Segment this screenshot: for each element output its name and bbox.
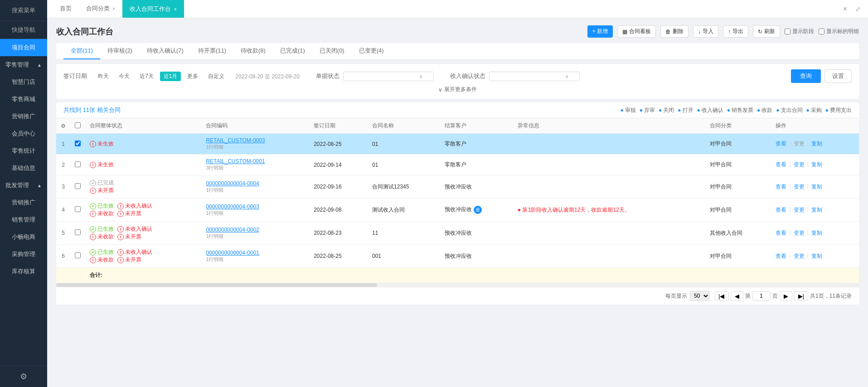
sidebar-item-ecom[interactable]: 小畅电商 xyxy=(0,228,47,246)
contract-code-link[interactable]: 0000000000004-0002 xyxy=(206,227,259,233)
window-maximize-button[interactable]: ⤢ xyxy=(853,5,863,13)
sidebar-item-wholesale[interactable]: 批发管理 ▲ xyxy=(0,177,47,194)
setting-button[interactable]: 设置 xyxy=(824,69,852,83)
date-btn-more[interactable]: 更多 xyxy=(184,72,202,81)
sidebar-item-retail-stat[interactable]: 零售统计 xyxy=(0,142,47,160)
contract-code-link[interactable]: RETAIL_CUSTOM-0001 xyxy=(206,158,265,164)
date-btn-last7[interactable]: 近7天 xyxy=(136,72,157,81)
op-view[interactable]: 查看 xyxy=(776,161,786,169)
tab-close-contract-cat[interactable]: × xyxy=(112,6,115,11)
status-tab-pending-invoice[interactable]: 待开票(11) xyxy=(191,43,233,59)
row-checkbox[interactable] xyxy=(70,222,85,245)
op-copy[interactable]: 复制 xyxy=(811,252,822,260)
action-review[interactable]: ● 审核 xyxy=(621,106,636,114)
contract-code-link[interactable]: 0000000000004-0001 xyxy=(206,250,259,256)
date-btn-yesterday[interactable]: 昨天 xyxy=(94,72,112,81)
page-last-btn[interactable]: ▶| xyxy=(794,291,808,301)
action-purchase[interactable]: ● 采购 xyxy=(806,106,822,114)
sidebar-item-retail[interactable]: 零售管理 ▲ xyxy=(0,56,47,73)
query-button[interactable]: 查询 xyxy=(791,69,821,83)
action-abandon[interactable]: ● 弃审 xyxy=(640,106,655,114)
status-tab-closed[interactable]: 已关闭(0) xyxy=(312,43,352,59)
col-checkbox[interactable] xyxy=(70,118,85,134)
per-page-select[interactable]: 50 xyxy=(690,291,710,301)
sidebar-item-inventory[interactable]: 库存核算 xyxy=(0,263,47,280)
sidebar-item-project[interactable]: 项目合同 xyxy=(0,39,47,56)
op-copy[interactable]: 复制 xyxy=(811,229,822,237)
show-stages-checkbox[interactable]: 显示阶段 xyxy=(785,28,814,35)
scrollbar-thumb[interactable] xyxy=(56,283,377,287)
tab-home[interactable]: 首页 xyxy=(53,0,79,18)
tab-income-workbench[interactable]: 收入合同工作台 × xyxy=(122,0,184,18)
sidebar-item-marketing[interactable]: 营销推广 xyxy=(0,108,47,125)
tab-contract-cat[interactable]: 合同分类 × xyxy=(79,0,122,18)
action-receipt[interactable]: ● 收款 xyxy=(757,106,772,114)
row-checkbox[interactable] xyxy=(70,198,85,222)
sidebar-item-member[interactable]: 会员中心 xyxy=(0,125,47,142)
op-copy[interactable]: 复制 xyxy=(811,140,822,148)
op-copy[interactable]: 复制 xyxy=(811,183,822,191)
status-tab-all[interactable]: 全部(11) xyxy=(63,43,100,59)
status-tab-pending-receipt[interactable]: 待收款(8) xyxy=(233,43,273,59)
show-detail-checkbox[interactable]: 显示标的明细 xyxy=(819,28,859,35)
contract-code-link[interactable]: RETAIL_CUSTOM-0003 xyxy=(206,137,265,144)
new-button[interactable]: + 新增 xyxy=(587,25,613,38)
page-first-btn[interactable]: |◀ xyxy=(714,291,728,301)
doc-status-select[interactable]: ∨ xyxy=(343,72,434,81)
op-change[interactable]: 变更 xyxy=(794,206,805,214)
row-checkbox[interactable] xyxy=(70,175,85,198)
status-tab-completed[interactable]: 已完成(1) xyxy=(273,43,312,59)
action-close[interactable]: ● 关闭 xyxy=(659,106,674,114)
op-view[interactable]: 查看 xyxy=(776,206,786,214)
op-copy[interactable]: 复制 xyxy=(811,206,822,214)
sidebar-item-basic[interactable]: 基础信息 xyxy=(0,160,47,177)
sidebar-item-marketing2[interactable]: 营销推广 xyxy=(0,194,47,211)
op-change[interactable]: 变更 xyxy=(794,183,805,191)
expand-more-btn[interactable]: ∨ 展开更多条件 xyxy=(438,86,477,93)
row-checkbox[interactable] xyxy=(70,134,85,155)
delete-button[interactable]: 🗑 删除 xyxy=(660,25,689,38)
tab-close-income-workbench[interactable]: × xyxy=(174,6,176,12)
row-checkbox[interactable] xyxy=(70,155,85,175)
date-btn-last1month[interactable]: 近1月 xyxy=(160,72,181,81)
page-next-btn[interactable]: ▶ xyxy=(780,291,792,301)
action-income-confirm[interactable]: ● 收入确认 xyxy=(697,106,723,114)
sidebar-item-smart-store[interactable]: 智慧门店 xyxy=(0,73,47,91)
sidebar-item-purchase[interactable]: 采购管理 xyxy=(0,246,47,263)
action-expense-contract[interactable]: ● 支出合同 xyxy=(776,106,802,114)
settings-icon[interactable]: ⚙ xyxy=(0,366,47,387)
table-scroll[interactable]: ⚙ 合同整体状态 合同编码 签订日期 合同名称 结算客户 异常信息 合同分类 操… xyxy=(56,118,859,287)
row-checkbox[interactable] xyxy=(70,245,85,268)
sidebar-item-retail2[interactable]: 零售商城 xyxy=(0,91,47,108)
import-button[interactable]: ↓ 导入 xyxy=(693,25,718,38)
op-change[interactable]: 变更 xyxy=(794,229,805,237)
sidebar-item-sales[interactable]: 销售管理 xyxy=(0,211,47,228)
income-confirm-select[interactable]: ∨ xyxy=(489,72,580,81)
status-tab-pending-review[interactable]: 待审核(2) xyxy=(100,43,140,59)
op-view[interactable]: 查看 xyxy=(776,252,786,260)
page-prev-btn[interactable]: ◀ xyxy=(731,291,743,301)
op-view[interactable]: 查看 xyxy=(776,183,786,191)
status-tab-pending-confirm[interactable]: 待收入确认(7) xyxy=(140,43,191,59)
status-tab-changed[interactable]: 已变更(4) xyxy=(352,43,391,59)
horizontal-scrollbar[interactable] xyxy=(56,283,859,287)
action-print[interactable]: ● 打开 xyxy=(678,106,693,114)
kanban-button[interactable]: ▦ 合同看板 xyxy=(617,25,656,38)
col-settings[interactable]: ⚙ xyxy=(56,118,70,134)
op-view[interactable]: 查看 xyxy=(776,140,786,148)
op-copy[interactable]: 复制 xyxy=(811,161,822,169)
contract-code-link[interactable]: 0000000000004-0004 xyxy=(206,180,259,187)
date-btn-custom[interactable]: 自定义 xyxy=(204,72,228,81)
export-button[interactable]: ↑ 导出 xyxy=(723,25,748,38)
op-change[interactable]: 变更 xyxy=(794,161,805,169)
page-input[interactable] xyxy=(752,291,771,300)
op-view[interactable]: 查看 xyxy=(776,229,786,237)
action-sales-invoice[interactable]: ● 销售发票 xyxy=(727,106,753,114)
window-close-button[interactable]: × xyxy=(839,5,851,13)
op-change[interactable]: 变更 xyxy=(794,252,805,260)
action-expense-out[interactable]: ● 费用支出 xyxy=(825,106,852,114)
refresh-button[interactable]: ↻ 刷新 xyxy=(753,25,780,38)
sidebar-quick-nav[interactable]: 快捷导航 xyxy=(0,21,47,39)
contract-code-link[interactable]: 0000000000004-0003 xyxy=(206,203,259,210)
date-btn-today[interactable]: 今天 xyxy=(115,72,133,81)
